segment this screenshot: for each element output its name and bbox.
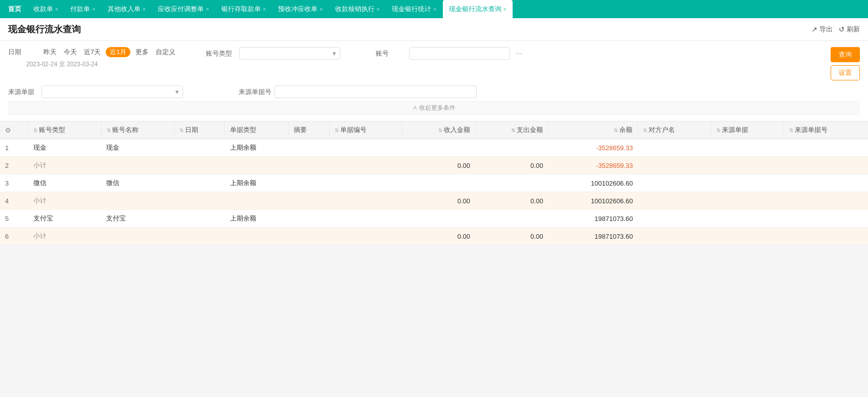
cell-summary <box>288 228 329 245</box>
account-more-icon[interactable]: ··· <box>515 49 522 58</box>
cell-expense: 0.00 <box>475 157 548 174</box>
cell-account-type: 小计 <box>28 228 101 245</box>
nav-item-collection[interactable]: 收款核销执行 × <box>329 0 386 18</box>
cell-source-doc <box>711 228 784 245</box>
col-source-doc: ⇅ 来源单据 <box>711 121 784 139</box>
sort-icon-counterpart[interactable]: ⇅ <box>643 127 647 133</box>
page-header: 现金银行流水查询 ↗ 导出 ↺ 刷新 <box>0 18 868 41</box>
shortcut-yesterday[interactable]: 昨天 <box>41 47 59 57</box>
header-actions: ↗ 导出 ↺ 刷新 <box>811 25 860 34</box>
nav-close-bank-stats[interactable]: × <box>433 6 436 12</box>
sort-icon-income[interactable]: ⇅ <box>438 127 442 133</box>
cell-date <box>174 192 225 210</box>
refresh-button[interactable]: ↺ 刷新 <box>839 25 860 34</box>
nav-close-bank-withdrawal[interactable]: × <box>263 6 266 12</box>
cell-doc-no <box>329 228 402 245</box>
sort-icon-source-doc[interactable]: ⇅ <box>716 127 720 133</box>
cell-balance: 100102606.60 <box>548 174 637 192</box>
source-doc-no-input[interactable] <box>275 85 477 98</box>
export-button[interactable]: ↗ 导出 <box>811 25 833 34</box>
nav-close-other-income[interactable]: × <box>143 6 146 12</box>
nav-item-bank-flow[interactable]: 现金银行流水查询 × <box>443 0 513 18</box>
cell-index: 1 <box>0 139 28 157</box>
settings-button[interactable]: 设置 <box>831 65 860 80</box>
nav-item-home[interactable]: 首页 <box>2 0 27 18</box>
account-type-input-group: 现金 微信 支付宝 ▾ <box>239 47 340 60</box>
col-doc-type: 单据类型 <box>225 121 289 139</box>
collapse-bar[interactable]: ∧ 收起更多条件 <box>8 101 860 115</box>
button-group: 查询 设置 <box>831 47 860 80</box>
cell-account-type: 微信 <box>28 174 101 192</box>
query-button[interactable]: 查询 <box>831 47 860 62</box>
table-row: 2 小计 0.00 0.00 -3528659.33 <box>0 157 868 174</box>
nav-close-bank-flow[interactable]: × <box>504 6 507 12</box>
cell-balance: -3528659.33 <box>548 139 637 157</box>
cell-source-doc-no <box>784 192 868 210</box>
cell-date <box>174 210 225 228</box>
nav-item-adjustment[interactable]: 应收应付调整单 × <box>152 0 215 18</box>
nav-close-receipt[interactable]: × <box>55 6 58 12</box>
source-doc-select[interactable] <box>41 85 183 98</box>
nav-close-adjustment[interactable]: × <box>206 6 209 12</box>
cell-account-name: 微信 <box>101 174 174 192</box>
cell-doc-type <box>225 228 289 245</box>
shortcut-1month[interactable]: 近1月 <box>106 47 130 57</box>
col-expense: ⇅ 支出金额 <box>475 121 548 139</box>
cell-doc-no <box>329 139 402 157</box>
cell-source-doc-no <box>784 228 868 245</box>
cell-doc-type: 上期余额 <box>225 210 289 228</box>
table-row: 1 现金 现金 上期余额 -3528659.33 <box>0 139 868 157</box>
gear-icon[interactable]: ⚙ <box>5 126 11 134</box>
sort-icon-date[interactable]: ⇅ <box>179 127 184 133</box>
cell-account-name: 现金 <box>101 139 174 157</box>
shortcut-today[interactable]: 今天 <box>62 47 79 57</box>
cell-income: 0.00 <box>402 192 475 210</box>
nav-close-collection[interactable]: × <box>377 6 380 12</box>
table-header-row: ⚙ ⇅ 账号类型 ⇅ 账号名称 ⇅ 日 <box>0 121 868 139</box>
cell-income <box>402 139 475 157</box>
cell-index: 4 <box>0 192 28 210</box>
shortcut-custom[interactable]: 自定义 <box>154 47 177 57</box>
cell-income <box>402 174 475 192</box>
account-type-select[interactable]: 现金 微信 支付宝 <box>239 47 340 60</box>
nav-item-bank-stats[interactable]: 现金银行统计 × <box>386 0 442 18</box>
cell-expense: 0.00 <box>475 192 548 210</box>
sort-icon-balance[interactable]: ⇅ <box>614 127 618 133</box>
cell-balance: 19871073.60 <box>548 228 637 245</box>
cell-balance: 19871073.60 <box>548 210 637 228</box>
cell-expense <box>475 139 548 157</box>
nav-close-prepayment[interactable]: × <box>319 6 323 12</box>
nav-close-payment[interactable]: × <box>92 6 95 12</box>
col-date: ⇅ 日期 <box>174 121 225 139</box>
cell-source-doc <box>711 192 784 210</box>
date-shortcuts: 昨天 今天 近7天 近1月 更多 自定义 <box>41 47 177 57</box>
shortcut-7days[interactable]: 近7天 <box>82 47 103 57</box>
cell-doc-type: 上期余额 <box>225 174 289 192</box>
cell-doc-no <box>329 210 402 228</box>
cell-account-type: 小计 <box>28 157 101 174</box>
shortcut-more[interactable]: 更多 <box>133 47 151 57</box>
sort-icon-expense[interactable]: ⇅ <box>511 127 515 133</box>
date-label: 日期 <box>8 48 38 57</box>
cell-doc-type <box>225 157 289 174</box>
cell-counterpart <box>638 157 711 174</box>
nav-item-payment[interactable]: 付款单 × <box>64 0 101 18</box>
nav-item-prepayment[interactable]: 预收冲应收单 × <box>272 0 329 18</box>
col-gear[interactable]: ⚙ <box>0 121 28 139</box>
cell-account-type: 小计 <box>28 192 101 210</box>
cell-account-type: 现金 <box>28 139 101 157</box>
account-input[interactable] <box>409 47 510 60</box>
cell-source-doc-no <box>784 174 868 192</box>
cell-counterpart <box>638 192 711 210</box>
cell-index: 2 <box>0 157 28 174</box>
sort-icon-account-type[interactable]: ⇅ <box>33 127 37 133</box>
refresh-icon: ↺ <box>839 25 845 33</box>
cell-account-type: 支付宝 <box>28 210 101 228</box>
cell-source-doc <box>711 157 784 174</box>
sort-icon-doc-no[interactable]: ⇅ <box>335 127 339 133</box>
sort-icon-source-doc-no[interactable]: ⇅ <box>789 127 793 133</box>
nav-item-other-income[interactable]: 其他收入单 × <box>102 0 152 18</box>
nav-item-bank-withdrawal[interactable]: 银行存取款单 × <box>215 0 272 18</box>
sort-icon-account-name[interactable]: ⇅ <box>107 127 111 133</box>
nav-item-receipt[interactable]: 收款单 × <box>27 0 64 18</box>
